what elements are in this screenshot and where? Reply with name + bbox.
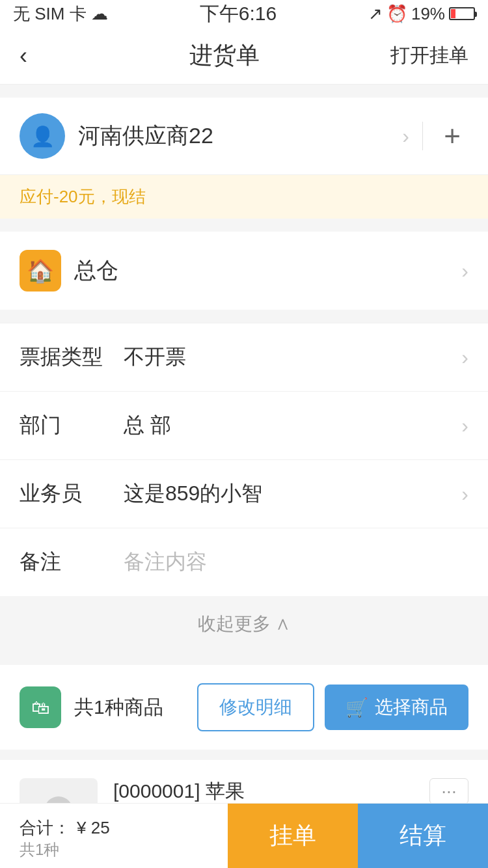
select-product-button[interactable]: 🛒 选择商品: [325, 685, 468, 730]
battery-icon: [449, 7, 475, 20]
total-count: 共1种: [20, 839, 208, 860]
notice-bar: 应付-20元，现结: [0, 175, 488, 219]
supplier-chevron-icon: ›: [402, 124, 409, 148]
suspend-button[interactable]: 挂单: [228, 804, 358, 869]
total-value: ¥ 25: [77, 818, 110, 837]
remark-input[interactable]: 备注内容: [124, 548, 468, 576]
invoice-type-chevron-icon: ›: [461, 346, 468, 370]
back-button[interactable]: ‹: [20, 36, 59, 75]
product-title: 苹果: [206, 780, 245, 802]
vertical-divider: [422, 122, 423, 150]
bottom-bar: 合计： ¥ 25 共1种 挂单 结算: [0, 803, 488, 868]
open-pending-button[interactable]: 打开挂单: [390, 42, 468, 69]
checkout-button[interactable]: 结算: [358, 804, 488, 869]
remark-label: 备注: [20, 548, 111, 576]
page-title: 进货单: [189, 40, 260, 72]
sim-status: 无 SIM 卡 ☁: [13, 3, 108, 25]
select-product-label: 选择商品: [375, 695, 448, 720]
section-gap-3: [0, 310, 488, 323]
form-section: 票据类型 不开票 › 部门 总 部 › 业务员 这是859的小智 › 备注 备注…: [0, 323, 488, 596]
status-bar: 无 SIM 卡 ☁ 下午6:16 ↗ ⏰ 19%: [0, 0, 488, 27]
product-bag-icon: 🛍: [20, 686, 61, 728]
status-right: ↗ ⏰ 19%: [368, 4, 475, 24]
invoice-type-value: 不开票: [124, 343, 461, 372]
salesperson-row[interactable]: 业务员 这是859的小智 ›: [0, 459, 488, 528]
warehouse-chevron-icon: ›: [461, 259, 468, 283]
section-gap-4: [0, 652, 488, 665]
salesperson-label: 业务员: [20, 480, 111, 508]
total-section: 合计： ¥ 25 共1种: [0, 812, 228, 860]
warehouse-icon: 🏠: [20, 250, 61, 292]
total-amount: 合计： ¥ 25: [20, 812, 208, 839]
avatar-icon: 👤: [31, 125, 55, 148]
battery-percent: 19%: [411, 4, 445, 24]
location-icon: ↗: [368, 4, 383, 24]
invoice-type-label: 票据类型: [20, 343, 111, 372]
invoice-type-row[interactable]: 票据类型 不开票 ›: [0, 323, 488, 391]
supplier-section: 👤 河南供应商22 › + 应付-20元，现结: [0, 98, 488, 219]
warehouse-name: 总仓: [74, 256, 461, 286]
department-chevron-icon: ›: [461, 414, 468, 438]
collapse-toggle[interactable]: 收起更多 ∧: [0, 596, 488, 652]
salesperson-value: 这是859的小智: [124, 480, 461, 508]
warehouse-row[interactable]: 🏠 总仓 ›: [0, 232, 488, 310]
department-row[interactable]: 部门 总 部 ›: [0, 391, 488, 459]
product-more-button[interactable]: ···: [429, 778, 468, 804]
status-left: 无 SIM 卡 ☁: [13, 3, 108, 25]
salesperson-chevron-icon: ›: [461, 482, 468, 506]
product-code: [0000001]: [113, 780, 200, 802]
product-name: [0000001] 苹果: [113, 778, 414, 805]
edit-detail-button[interactable]: 修改明细: [197, 683, 314, 731]
nav-bar: ‹ 进货单 打开挂单: [0, 27, 488, 85]
bag-icon: 🛍: [31, 697, 49, 718]
status-time: 下午6:16: [200, 1, 277, 27]
department-value: 总 部: [124, 411, 461, 440]
cart-icon: 🛒: [346, 697, 368, 718]
remark-row[interactable]: 备注 备注内容: [0, 528, 488, 596]
supplier-avatar: 👤: [20, 113, 65, 159]
product-count: 共1种商品: [74, 694, 197, 721]
add-supplier-button[interactable]: +: [436, 120, 468, 152]
warehouse-section[interactable]: 🏠 总仓 ›: [0, 232, 488, 310]
section-gap-1: [0, 85, 488, 98]
supplier-row: 👤 河南供应商22 › +: [0, 98, 488, 175]
alarm-icon: ⏰: [386, 4, 407, 24]
section-gap-2: [0, 219, 488, 232]
product-header: 🛍 共1种商品 修改明细 🛒 选择商品: [0, 665, 488, 750]
total-label: 合计：: [20, 818, 70, 837]
department-label: 部门: [20, 411, 111, 440]
supplier-name: 河南供应商22: [78, 121, 402, 151]
